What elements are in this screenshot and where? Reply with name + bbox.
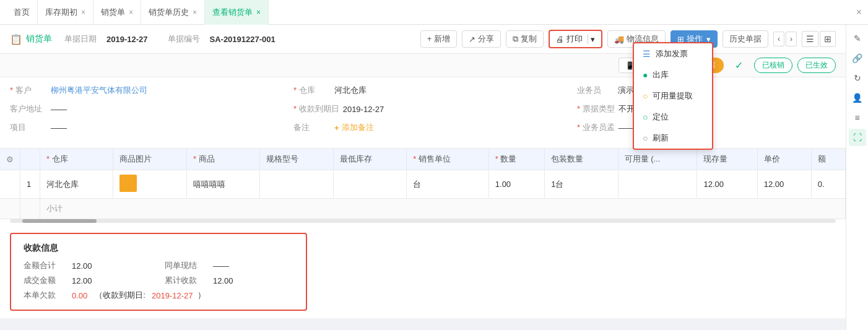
- window-close-button[interactable]: ×: [856, 7, 862, 18]
- address-label: 客户地址: [10, 103, 47, 115]
- product-table-container: ⚙ * 仓库 商品图片 * 商品 规格型号 最低库存 * 销售单位 * 数量 包…: [0, 148, 846, 225]
- effective-status-button[interactable]: 已生效: [797, 58, 836, 73]
- row-available: [618, 170, 697, 199]
- staff2-value: ——: [618, 123, 635, 132]
- tab-close-view-sales[interactable]: ×: [256, 8, 261, 17]
- total-amount-label: 金额合计: [24, 260, 67, 271]
- seq-column-header: [20, 149, 40, 170]
- print-button[interactable]: 🖨 打印 ▾: [549, 30, 602, 48]
- customer-label: 客户: [10, 85, 47, 96]
- customer-field: 客户 柳州粤港平安气体有限公司: [10, 85, 269, 96]
- tab-close-sales-order[interactable]: ×: [129, 8, 133, 17]
- closed-status-button[interactable]: 已核销: [754, 58, 792, 73]
- cumulative-value: 12.00: [213, 276, 233, 285]
- payment-title: 收款信息: [24, 243, 293, 254]
- copy-button[interactable]: ⧉ 复制: [506, 30, 544, 48]
- min-stock-column-header: 最低库存: [333, 149, 406, 170]
- share-button[interactable]: ↗ 分享: [462, 30, 501, 48]
- refresh-item[interactable]: ○ 刷新: [634, 128, 712, 149]
- add-invoice-item[interactable]: ☰ 添加发票: [634, 43, 712, 64]
- same-order-item: 同单现结 ——: [165, 260, 293, 271]
- add-invoice-icon: ☰: [643, 49, 651, 59]
- sidebar-expand-icon[interactable]: ⛶: [849, 129, 866, 146]
- number-label: 单据编号: [168, 33, 200, 45]
- list-view-button[interactable]: ☰: [802, 31, 818, 47]
- warehouse-label: 仓库: [293, 85, 331, 96]
- project-field: 项目 ——: [10, 122, 269, 133]
- row-amount: 0.: [811, 170, 845, 199]
- horizontal-scrollbar[interactable]: [10, 219, 836, 223]
- price-column-header: 单价: [757, 149, 811, 170]
- outstanding-end: ）: [197, 290, 206, 301]
- outstanding-item: 本单欠款 0.00 （收款到期日: 2019-12-27 ）: [24, 290, 293, 301]
- product-column-header: * 商品: [186, 149, 259, 170]
- row-price: 12.00: [757, 170, 811, 199]
- print-dropdown-arrow[interactable]: ▾: [588, 35, 595, 44]
- document-header: 📋 销货单 单据日期 2019-12-27 单据编号 SA-20191227-0…: [0, 25, 846, 54]
- row-stock: 12.00: [697, 170, 757, 199]
- next-button[interactable]: ›: [786, 32, 797, 46]
- tab-view-sales[interactable]: 查看销货单 ×: [205, 0, 269, 25]
- qty-column-header: * 数量: [488, 149, 544, 170]
- payment-date-value: 2019-12-27: [343, 105, 384, 114]
- grid-view-button[interactable]: ⊞: [820, 31, 836, 47]
- operations-dropdown: ☰ 添加发票 ● 出库 ○ 可用量提取 ○ 定位 ○ 刷新: [633, 42, 713, 150]
- sidebar-refresh-icon[interactable]: ↻: [849, 69, 866, 87]
- number-value: SA-20191227-001: [210, 35, 276, 44]
- row-settings[interactable]: [0, 170, 20, 199]
- tab-bar: 首页 库存期初 × 销货单 × 销货单历史 × 查看销货单 × ×: [0, 0, 868, 25]
- note-label: 备注: [293, 122, 331, 133]
- cumulative-label: 累计收款: [165, 275, 208, 286]
- locate-item[interactable]: ○ 定位: [634, 106, 712, 128]
- prev-button[interactable]: ‹: [773, 32, 784, 46]
- staff-label: 业务员: [577, 85, 614, 96]
- ticket-type-label: 票据类型: [577, 103, 615, 115]
- new-button[interactable]: + 新增: [420, 30, 457, 48]
- outbound-item[interactable]: ● 出库: [634, 64, 712, 85]
- date-value: 2019-12-27: [106, 35, 148, 44]
- check-mark-icon: ✓: [735, 59, 743, 71]
- check-icon-button[interactable]: ✓: [729, 58, 749, 73]
- customer-value[interactable]: 柳州粤港平安气体有限公司: [51, 85, 147, 96]
- sidebar-link-icon[interactable]: 🔗: [849, 50, 866, 67]
- payment-info-box: 收款信息 金额合计 12.00 同单现结 —— 成交金额 12.00 累计收款 …: [10, 233, 307, 311]
- address-field: 客户地址 ——: [10, 103, 269, 115]
- available-qty-icon: ○: [643, 91, 648, 101]
- outstanding-date: 2019-12-27: [152, 291, 193, 300]
- tab-close-inventory[interactable]: ×: [81, 8, 85, 17]
- document-meta: 单据日期 2019-12-27 单据编号 SA-20191227-001: [64, 33, 276, 45]
- view-toggle: ☰ ⊞: [802, 31, 836, 47]
- spec-column-header: 规格型号: [260, 149, 333, 170]
- row-product: 嘻嘻嘻嘻: [186, 170, 259, 199]
- subtotal-settings: [0, 199, 20, 219]
- plus-icon: +: [334, 123, 339, 132]
- form-section: 客户 柳州粤港平安气体有限公司 仓库 河北仓库 业务员 演示账号 客户地址 ——…: [0, 77, 846, 148]
- staff2-label: 业务员孟: [577, 122, 615, 133]
- transaction-value: 12.00: [72, 276, 92, 285]
- add-note-button[interactable]: + 添加备注: [334, 122, 374, 133]
- total-amount-value: 12.00: [72, 261, 92, 271]
- available-qty-item[interactable]: ○ 可用量提取: [634, 85, 712, 106]
- sidebar-list-icon[interactable]: ≡: [849, 109, 866, 126]
- settings-column-header[interactable]: ⚙: [0, 149, 20, 170]
- tab-sales-history[interactable]: 销货单历史 ×: [141, 0, 205, 25]
- history-button[interactable]: 历史单据: [723, 30, 768, 48]
- tab-home[interactable]: 首页: [6, 0, 38, 25]
- tab-sales-order[interactable]: 销货单 ×: [93, 0, 141, 25]
- refresh-icon: ○: [643, 133, 648, 143]
- address-value: ——: [51, 105, 67, 114]
- project-label: 项目: [10, 122, 47, 133]
- sidebar-user-icon[interactable]: 👤: [849, 89, 866, 106]
- scroll-thumb[interactable]: [22, 219, 97, 223]
- logistics-icon: 🚚: [614, 35, 624, 44]
- row-min-stock: [333, 170, 406, 199]
- sidebar-edit-icon[interactable]: ✎: [849, 30, 866, 47]
- project-value: ——: [51, 123, 67, 132]
- unit-column-header: * 销售单位: [407, 149, 489, 170]
- date-label: 单据日期: [64, 33, 97, 45]
- tab-close-sales-history[interactable]: ×: [193, 8, 197, 17]
- outstanding-label: 本单欠款: [24, 290, 67, 301]
- row-seq: 1: [20, 170, 40, 199]
- document-type: 📋 销货单: [10, 33, 52, 45]
- tab-inventory-init[interactable]: 库存期初 ×: [38, 0, 93, 25]
